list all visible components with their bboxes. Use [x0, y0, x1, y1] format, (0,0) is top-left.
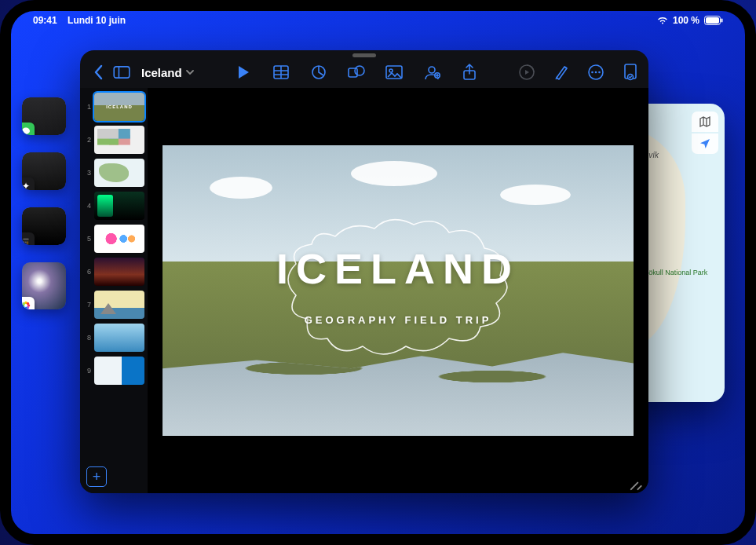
- svg-rect-4: [23, 238, 28, 240]
- photos-icon: [22, 297, 35, 309]
- play-button[interactable]: [235, 64, 252, 81]
- maps-mode-button[interactable]: [692, 112, 718, 132]
- slide-thumb-9[interactable]: 9: [83, 357, 144, 385]
- slide-thumb-7[interactable]: 7: [83, 291, 144, 319]
- slide-canvas[interactable]: ICELAND GEOGRAPHY FIELD TRIP: [163, 145, 634, 436]
- insert-image-button[interactable]: [385, 64, 403, 81]
- messages-icon: [22, 123, 35, 135]
- sidebar-toggle-button[interactable]: [113, 64, 130, 81]
- more-button[interactable]: [587, 64, 604, 81]
- share-button[interactable]: [461, 64, 478, 81]
- window-grab-handle[interactable]: [352, 53, 376, 57]
- stage-item-calculator[interactable]: [22, 207, 66, 245]
- app-icon: ✦: [22, 177, 35, 190]
- stage-manager-strip: ✦: [17, 97, 71, 479]
- slide-thumb-8[interactable]: 8: [83, 324, 144, 352]
- keynote-window: Iceland: [80, 50, 648, 493]
- slide-thumb-1[interactable]: 1 ICELAND: [83, 93, 144, 121]
- document-settings-button[interactable]: [622, 64, 639, 81]
- stage-item-widgets[interactable]: ✦: [22, 152, 66, 190]
- battery-icon: [704, 16, 723, 25]
- animate-button[interactable]: [518, 64, 535, 81]
- document-title[interactable]: Iceland: [141, 66, 195, 79]
- format-button[interactable]: [553, 64, 570, 81]
- add-slide-button[interactable]: +: [86, 466, 107, 487]
- slide-thumb-4[interactable]: 4: [83, 192, 144, 220]
- slide-navigator[interactable]: 1 ICELAND 2 3 4 5: [80, 88, 148, 493]
- svg-point-9: [25, 243, 26, 244]
- slide-subtitle[interactable]: GEOGRAPHY FIELD TRIP: [163, 314, 634, 326]
- slide-thumb-3[interactable]: 3: [83, 159, 144, 187]
- svg-point-6: [25, 241, 26, 242]
- status-right: 100 %: [657, 15, 723, 26]
- slide-title[interactable]: ICELAND: [163, 244, 634, 293]
- slide-thumb-2[interactable]: 2: [83, 126, 144, 154]
- svg-point-8: [24, 243, 24, 244]
- insert-table-button[interactable]: [272, 64, 290, 81]
- insert-shape-button[interactable]: [348, 64, 365, 81]
- svg-rect-2: [721, 19, 723, 23]
- svg-point-30: [429, 67, 435, 73]
- chevron-down-icon: [185, 68, 195, 77]
- maps-controls: [692, 112, 718, 154]
- slide-thumb-6[interactable]: 6: [83, 258, 144, 286]
- svg-rect-19: [114, 67, 130, 78]
- stage-item-messages[interactable]: [22, 97, 66, 135]
- svg-point-27: [355, 66, 364, 75]
- status-date: Lundi 10 juin: [68, 15, 126, 26]
- svg-point-7: [27, 241, 28, 242]
- window-resize-handle[interactable]: [630, 474, 644, 488]
- insert-chart-button[interactable]: [310, 64, 327, 81]
- svg-point-10: [27, 243, 28, 244]
- ipad-frame: 09:41 Lundi 10 juin 100 % ✦: [0, 0, 756, 545]
- svg-point-36: [595, 71, 597, 74]
- calculator-icon: [22, 232, 35, 245]
- status-battery-text: 100 %: [673, 15, 699, 26]
- status-time: 09:41: [33, 15, 57, 26]
- slide-thumb-5[interactable]: 5: [83, 225, 144, 253]
- svg-point-35: [591, 71, 593, 74]
- collaborate-button[interactable]: [423, 64, 440, 81]
- status-bar: 09:41 Lundi 10 juin 100 %: [11, 11, 745, 30]
- svg-point-5: [24, 241, 24, 242]
- svg-point-37: [598, 71, 601, 74]
- status-left: 09:41 Lundi 10 juin: [33, 15, 126, 26]
- svg-rect-1: [706, 17, 719, 24]
- slide-canvas-area[interactable]: ICELAND GEOGRAPHY FIELD TRIP: [148, 88, 648, 493]
- wifi-icon: [657, 16, 668, 24]
- maps-locate-button[interactable]: [692, 134, 718, 154]
- stage-item-photos[interactable]: [22, 262, 66, 309]
- back-button[interactable]: [89, 64, 107, 81]
- svg-point-29: [389, 69, 393, 72]
